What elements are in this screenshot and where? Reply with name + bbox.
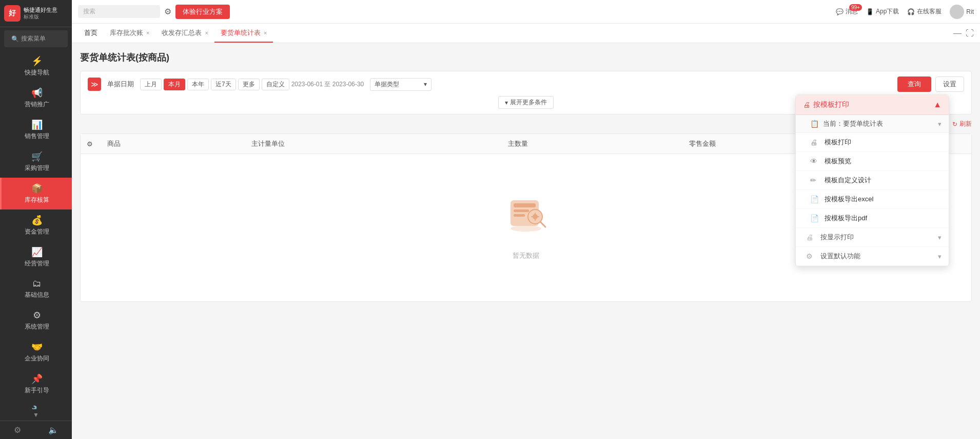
export-excel-icon: 📄	[810, 195, 819, 203]
app-version: 标准版	[24, 13, 57, 21]
search-label: 搜索菜单	[21, 34, 46, 43]
sidebar-item-apps[interactable]: 🔧 应用中心	[0, 400, 72, 409]
tabbar: 首页 库存批次账 × 收发存汇总表 × 要货单统计表 × — ⛶	[72, 24, 980, 43]
window-maximize-icon[interactable]: ⛶	[966, 29, 974, 38]
date-btn-7days[interactable]: 近7天	[211, 79, 236, 90]
app-name: 畅捷通好生意	[24, 6, 57, 13]
refresh-icon: ↻	[952, 121, 957, 128]
dropdown-item-display-print[interactable]: 🖨 按显示打印 ▾	[796, 228, 949, 247]
tab-order-stats[interactable]: 要货单统计表 ×	[214, 24, 273, 43]
quick-nav-icon: ⚡	[31, 55, 43, 67]
topbar-left: 搜索 ⚙ 体验行业方案	[78, 5, 836, 19]
logo-icon: 好	[4, 5, 21, 22]
volume-icon[interactable]: 🔈	[48, 425, 58, 435]
window-minimize-icon[interactable]: —	[953, 29, 962, 38]
page-title: 要货单统计表(按商品)	[80, 51, 972, 64]
tab-receipt-summary[interactable]: 收发存汇总表 ×	[155, 24, 214, 43]
message-icon: 💬	[836, 8, 844, 15]
dropdown-item-template-design[interactable]: ✏ 模板自定义设计	[796, 171, 949, 190]
default-func-icon: ⚙	[806, 252, 815, 260]
svg-point-0	[511, 225, 541, 232]
enterprise-icon: 🤝	[31, 341, 43, 353]
filter-row: ≫ 单据日期 上月 本月 本年 近7天 更多 自定义 2023-06-01 至 …	[88, 77, 964, 92]
default-func-label: 设置默认功能	[820, 252, 860, 261]
query-button[interactable]: 查询	[897, 77, 931, 92]
template-print-label: 模板打印	[825, 138, 851, 147]
sidebar-item-guide[interactable]: 📌 新手引导	[0, 368, 72, 400]
top-search-box[interactable]: 搜索	[78, 5, 160, 18]
inventory-batch-label: 库存批次账	[110, 28, 143, 37]
sidebar-item-purchase[interactable]: 🛒 采购管理	[0, 146, 72, 178]
tab-close-inventory-batch[interactable]: ×	[146, 30, 149, 36]
dropdown-item-template-print[interactable]: 🖨 模板打印	[796, 133, 949, 152]
template-design-label: 模板自定义设计	[825, 176, 871, 185]
sidebar-item-finance[interactable]: 💰 资金管理	[0, 209, 72, 241]
dropdown-item-export-excel[interactable]: 📄 按模板导出excel	[796, 190, 949, 209]
col-unit: 主计量单位	[245, 134, 502, 154]
sidebar-item-enterprise[interactable]: 🤝 企业协同	[0, 336, 72, 368]
date-btn-this-month[interactable]: 本月	[164, 79, 185, 90]
service-icon: 🎧	[907, 8, 915, 15]
sidebar-item-operations[interactable]: 📈 经营管理	[0, 241, 72, 273]
search-icon: 🔍	[11, 35, 19, 43]
display-print-label: 按显示打印	[820, 233, 854, 242]
empty-text: 暂无数据	[513, 251, 539, 260]
date-btn-more[interactable]: 更多	[238, 79, 260, 90]
export-pdf-label: 按模板导出pdf	[825, 214, 867, 223]
svg-rect-3	[514, 209, 529, 212]
svg-rect-2	[514, 203, 536, 207]
date-filter-label: 单据日期	[107, 80, 134, 89]
settings-icon[interactable]: ⚙	[14, 425, 21, 435]
tab-home[interactable]: 首页	[78, 24, 104, 43]
display-print-arrow: ▾	[938, 234, 942, 241]
tab-close-receipt-summary[interactable]: ×	[205, 30, 208, 36]
sales-icon: 📊	[31, 119, 43, 130]
message-badge: 99+	[849, 4, 862, 11]
message-button[interactable]: 💬 消息 99+	[836, 7, 858, 16]
sidebar-item-marketing[interactable]: 📢 营销推广	[0, 82, 72, 114]
receipt-summary-label: 收发存汇总表	[162, 28, 202, 37]
online-service-button[interactable]: 🎧 在线客服	[907, 7, 942, 16]
order-type-select[interactable]: 单据类型 ▾	[370, 78, 432, 91]
refresh-btn[interactable]: ↻ 刷新	[952, 120, 972, 128]
sidebar: 好 畅捷通好生意 标准版 🔍 搜索菜单 ⚡ 快捷导航 📢 营销推广 📊 销售管理…	[0, 0, 72, 439]
default-func-arrow: ▾	[938, 253, 942, 260]
purchase-icon: 🛒	[31, 151, 43, 162]
date-btn-this-year[interactable]: 本年	[187, 79, 209, 90]
sidebar-item-system[interactable]: ⚙ 系统管理	[0, 304, 72, 336]
settings-button[interactable]: 设置	[935, 77, 964, 92]
trial-button[interactable]: 体验行业方案	[175, 5, 230, 19]
user-avatar[interactable]: Rit	[950, 5, 974, 19]
sidebar-item-base[interactable]: 🗂 基础信息	[0, 273, 72, 304]
sidebar-item-label: 新手引导	[25, 386, 49, 395]
sidebar-item-quick-nav[interactable]: ⚡ 快捷导航	[0, 50, 72, 82]
app-download-label: App下载	[876, 7, 899, 16]
sidebar-item-label: 快捷导航	[25, 68, 49, 77]
date-options: 上月 本月 本年 近7天 更多 自定义 2023-06-01 至 2023-06…	[140, 79, 364, 90]
guide-icon: 📌	[31, 373, 43, 385]
tab-inventory-batch[interactable]: 库存批次账 ×	[104, 24, 155, 43]
tab-close-order-stats[interactable]: ×	[264, 30, 267, 36]
print-header-icon: 🖨	[803, 101, 810, 109]
dropdown-close-btn[interactable]: ▲	[933, 100, 942, 109]
app-download-button[interactable]: 📱 App下载	[866, 7, 899, 16]
date-btn-custom[interactable]: 自定义	[262, 79, 289, 90]
sidebar-search[interactable]: 🔍 搜索菜单	[4, 30, 68, 47]
topbar-settings-icon[interactable]: ⚙	[164, 7, 171, 16]
sidebar-item-label: 系统管理	[25, 322, 49, 331]
sidebar-item-sales[interactable]: 📊 销售管理	[0, 114, 72, 146]
date-btn-last-month[interactable]: 上月	[140, 79, 162, 90]
avatar-image	[950, 5, 964, 19]
sidebar-logo: 好 畅捷通好生意 标准版	[0, 0, 72, 27]
system-icon: ⚙	[33, 310, 41, 321]
dropdown-item-export-pdf[interactable]: 📄 按模板导出pdf	[796, 209, 949, 228]
dropdown-item-template-preview[interactable]: 👁 模板预览	[796, 152, 949, 171]
sidebar-item-inventory[interactable]: 📦 库存核算	[0, 178, 72, 209]
dropdown-item-default-func[interactable]: ⚙ 设置默认功能 ▾	[796, 247, 949, 266]
sidebar-scroll-down[interactable]: ▼	[0, 409, 72, 421]
filter-collapse-btn[interactable]: ≫	[88, 78, 101, 91]
table-settings-col[interactable]: ⚙	[81, 134, 101, 154]
expand-more-btn[interactable]: ▾ 展开更多条件	[498, 96, 554, 109]
empty-icon	[500, 185, 552, 246]
current-icon: 📋	[810, 120, 819, 128]
